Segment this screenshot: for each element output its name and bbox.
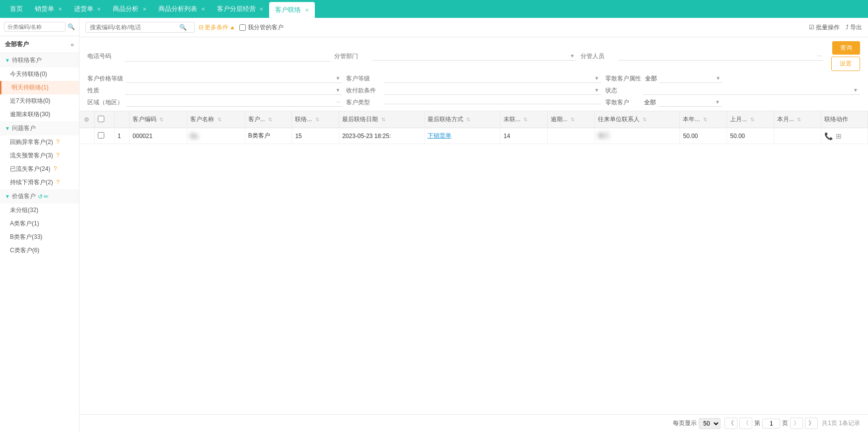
sort-icon[interactable]: ⇅	[523, 117, 527, 122]
grid-icon[interactable]: ⊞	[836, 132, 842, 140]
gear-icon[interactable]: ⚙	[84, 116, 89, 123]
last-page-btn[interactable]: 》	[805, 418, 818, 429]
table-header-row: ⚙ 客户编码 ⇅ 客户名称 ⇅	[79, 111, 868, 128]
more-icon[interactable]: ···	[817, 53, 821, 59]
info-icon: ?	[56, 139, 60, 145]
sidebar-all-customers[interactable]: 全部客户 «	[0, 36, 79, 53]
sidebar-item-continuous-decline[interactable]: 持续下滑客户(2) ?	[0, 176, 79, 189]
nav-close-purchase[interactable]: ✕	[97, 6, 101, 12]
last-contact-way-link[interactable]: 下销货单	[428, 132, 451, 139]
main-search-input[interactable]	[90, 24, 179, 31]
my-customer-check[interactable]	[239, 24, 246, 31]
sidebar-item-week[interactable]: 近7天待联络(0)	[0, 94, 79, 108]
filter-payment: 收付款条件 ▼	[346, 86, 601, 95]
page-label: 第	[754, 419, 760, 428]
unit-contact-value: 张三	[598, 132, 610, 139]
td-last-month: 50.00	[727, 128, 774, 144]
nav-sales-order[interactable]: 销货单 ✕	[29, 0, 68, 18]
search-icon[interactable]: 🔍	[179, 24, 187, 31]
batch-op-btn[interactable]: ☑ 批量操作	[809, 23, 840, 32]
sidebar-item-a-class[interactable]: A类客户(1)	[0, 217, 79, 230]
prev-page-btn[interactable]: 〈	[739, 418, 752, 429]
filter-retail-attr-select[interactable]: ▼	[660, 74, 723, 83]
sidebar-item-repurchase-abnormal[interactable]: 回购异常客户(2) ?	[0, 136, 79, 149]
more-filter-btn[interactable]: ⊟ 更多条件 ▲	[199, 23, 235, 32]
sidebar-collapse-icon[interactable]: «	[71, 41, 74, 48]
set-button[interactable]: 设置	[831, 57, 860, 71]
action-icons: 📞 ⊞	[824, 132, 865, 140]
nav-home[interactable]: 首页	[4, 0, 29, 18]
sidebar-item-b-class[interactable]: B类客户(33)	[0, 230, 79, 244]
sort-icon[interactable]: ⇅	[268, 117, 272, 122]
sort-icon[interactable]: ⇅	[643, 117, 647, 122]
nav-close-product-analysis[interactable]: ✕	[143, 6, 146, 12]
filter-payment-select[interactable]: ▼	[384, 86, 601, 95]
filter-dept-select[interactable]: ▼	[372, 52, 577, 61]
filter-level-select[interactable]: ▼	[384, 74, 601, 83]
nav-product-analysis-list[interactable]: 商品分析列表 ✕	[152, 0, 211, 18]
chevron-up-icon: ▲	[229, 24, 235, 31]
sidebar-group-value: ▼ 价值客户 ↺ ✏	[0, 189, 79, 204]
my-customer-checkbox[interactable]: 我分管的客户	[239, 23, 284, 32]
sort-icon[interactable]: ⇅	[217, 117, 221, 122]
th-ctype-label: 客户...	[248, 116, 265, 123]
page-input[interactable]	[762, 419, 780, 429]
query-button[interactable]: 查询	[832, 41, 860, 55]
refresh-icon[interactable]: ↺	[38, 193, 43, 200]
nav-close-sales[interactable]: ✕	[58, 6, 62, 12]
sort-icon[interactable]: ⇅	[703, 117, 707, 122]
sort-icon[interactable]: ⇅	[315, 117, 319, 122]
th-contact: 联络... ⇅	[292, 111, 339, 128]
sidebar-item-unclassified[interactable]: 未分组(32)	[0, 204, 79, 217]
filter-retail-label: 零散客户	[605, 98, 640, 107]
sidebar-item-tomorrow[interactable]: 明天待联络(1)	[0, 81, 79, 94]
sidebar-search-icon[interactable]: 🔍	[68, 23, 75, 30]
filter-nature-select[interactable]: ▼	[125, 86, 342, 95]
td-last-contact-date: 2023-05-23 18:25:	[339, 128, 425, 144]
filter-ctype-select[interactable]	[384, 101, 601, 104]
sidebar-group-pending: ▼ 待联络客户	[0, 53, 79, 68]
sort-icon[interactable]: ⇅	[797, 117, 801, 122]
sort-icon[interactable]: ⇅	[159, 117, 163, 122]
sidebar-item-lost-potential[interactable]: 流失预警客户(3) ?	[0, 149, 79, 162]
per-page-label: 每页显示	[673, 419, 697, 428]
first-page-btn[interactable]: 《	[724, 418, 737, 429]
filter-region-select[interactable]: ···	[126, 98, 342, 107]
th-overdue-label: 逾期...	[551, 116, 568, 123]
sidebar-search-input[interactable]	[4, 22, 66, 32]
select-all-checkbox[interactable]	[98, 116, 104, 122]
page-size-control: 每页显示 50	[673, 418, 721, 429]
filter-manager-select[interactable]: ···	[618, 52, 823, 61]
per-page-select[interactable]: 50	[699, 418, 721, 429]
phone-icon[interactable]: 📞	[824, 132, 833, 140]
sort-icon[interactable]: ⇅	[381, 117, 385, 122]
nav-close-segment[interactable]: ✕	[259, 6, 263, 12]
sort-icon[interactable]: ⇅	[750, 117, 754, 122]
filter-phone: 电话号码	[87, 51, 330, 62]
more-icon[interactable]: ···	[336, 99, 340, 105]
sidebar-item-already-lost[interactable]: 已流失客户(24) ?	[0, 162, 79, 176]
filter-price-select[interactable]: ▼	[126, 74, 342, 83]
sidebar-item-overdue[interactable]: 逾期未联络(30)	[0, 108, 79, 121]
nav-close-product-list[interactable]: ✕	[201, 6, 205, 12]
chevron-down-icon: ▼	[594, 87, 599, 93]
th-tm-label: 本月...	[777, 116, 794, 123]
sort-icon[interactable]: ⇅	[571, 117, 575, 122]
th-action-label: 联络动作	[824, 116, 848, 123]
sort-icon[interactable]: ⇅	[466, 117, 470, 122]
filter-status-select[interactable]: ▼	[643, 86, 860, 95]
filter-retail-select[interactable]: ▼	[659, 98, 722, 107]
next-page-btn[interactable]: 〉	[790, 418, 803, 429]
filter-phone-input[interactable]	[125, 51, 330, 62]
sidebar-item-today[interactable]: 今天待联络(0)	[0, 68, 79, 81]
nav-customer-contact[interactable]: 客户联络 ✕	[269, 2, 315, 18]
sidebar-item-c-class[interactable]: C类客户(6)	[0, 244, 79, 257]
nav-close-contact[interactable]: ✕	[305, 7, 309, 13]
row-checkbox[interactable]	[98, 132, 104, 139]
nav-customer-segment[interactable]: 客户分层经营 ✕	[211, 0, 270, 18]
nav-product-analysis[interactable]: 商品分析 ✕	[107, 0, 152, 18]
nav-purchase-order[interactable]: 进货单 ✕	[68, 0, 107, 18]
export-btn[interactable]: ⤴ 导出	[846, 23, 862, 32]
table-wrap: ⚙ 客户编码 ⇅ 客户名称 ⇅	[79, 111, 868, 414]
edit-icon[interactable]: ✏	[44, 193, 49, 200]
